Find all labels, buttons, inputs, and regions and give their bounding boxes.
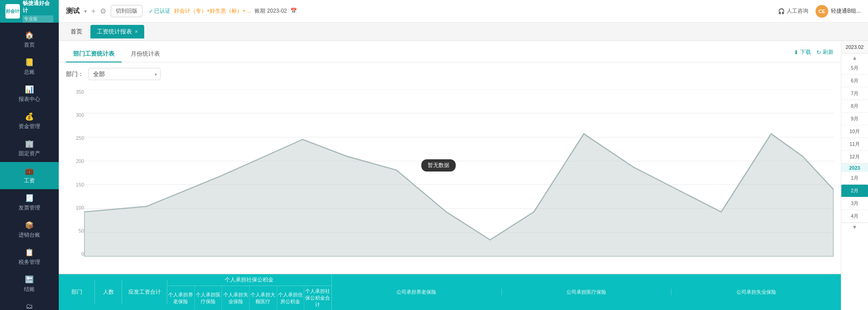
archive-icon: 🗂 bbox=[26, 302, 33, 310]
sidebar-item-archive[interactable]: 🗂 归档管理 bbox=[0, 298, 59, 310]
th-personal-housing: 个人承担住房公积金 bbox=[277, 286, 305, 310]
date-month-6[interactable]: 6月 bbox=[841, 75, 868, 87]
th-personal-unemployment: 个人承担失业保险 bbox=[222, 286, 250, 310]
date-month-9[interactable]: 9月 bbox=[841, 113, 868, 125]
date-down-button[interactable]: ▼ bbox=[841, 223, 868, 231]
user-menu[interactable]: CE 轻捷通B组... bbox=[816, 5, 861, 18]
header: 测试 ▾ + ⚙ 切到旧版 ✓ 已认证 好会计（专）+好生意（标）+… 账期 2… bbox=[59, 0, 868, 23]
headset-icon: 🎧 bbox=[778, 8, 785, 14]
th-count: 人数 bbox=[95, 280, 122, 305]
date-panel-header: 2023.02 bbox=[841, 41, 868, 54]
sidebar-item-ledger[interactable]: 📒 总账 bbox=[0, 53, 59, 81]
add-button[interactable]: + bbox=[91, 7, 95, 15]
refresh-button[interactable]: ↻ 刷新 bbox=[816, 48, 834, 56]
dept-select[interactable]: 全部 财务部 销售部 技术部 行政部 bbox=[88, 68, 160, 80]
y-label-300: 300 bbox=[66, 112, 84, 118]
date-month-1[interactable]: 1月 bbox=[841, 172, 868, 185]
sidebar-item-tax[interactable]: 📋 税务管理 bbox=[0, 243, 59, 271]
th-total-salary: 应发工资合计 bbox=[122, 280, 167, 305]
y-label-250: 250 bbox=[66, 135, 84, 141]
date-year-2023-label: 2023 bbox=[841, 164, 868, 172]
th-group-cells: 个人承担养老保险 个人承担医疗保险 个人承担失业保险 个人承担大额医疗 个人承担… bbox=[167, 286, 331, 310]
sub-tab-monthly[interactable]: 月份统计表 bbox=[123, 46, 167, 62]
table-header: 部门 人数 应发工资合计 个人承担社保公积金 个人承担养老保险 个人承担医疗保险… bbox=[59, 274, 841, 310]
ledger-icon: 📒 bbox=[25, 58, 34, 67]
y-label-100: 100 bbox=[66, 205, 84, 210]
switch-version-button[interactable]: 切到旧版 bbox=[111, 5, 142, 17]
date-month-8[interactable]: 8月 bbox=[841, 100, 868, 113]
tab-close-button[interactable]: × bbox=[135, 29, 138, 35]
date-month-10[interactable]: 10月 bbox=[841, 125, 868, 138]
sub-tabs: 部门工资统计表 月份统计表 ⬇ 下载 ↻ 刷新 bbox=[59, 41, 841, 62]
sidebar-item-salary[interactable]: 💼 工资 bbox=[0, 162, 59, 189]
date-up-button[interactable]: ▲ bbox=[841, 54, 868, 62]
logo-text-block: 畅捷通好会计 专业版 bbox=[23, 0, 53, 22]
certified-check-icon: ✓ bbox=[149, 8, 153, 14]
sidebar-item-reports[interactable]: 📊 报表中心 bbox=[0, 81, 59, 108]
reports-icon: 📊 bbox=[25, 85, 34, 94]
logo-edition: 专业版 bbox=[23, 15, 53, 23]
date-month-7[interactable]: 7月 bbox=[841, 87, 868, 100]
sidebar-item-label: 资金管理 bbox=[19, 123, 40, 130]
date-month-3[interactable]: 3月 bbox=[841, 197, 868, 210]
sidebar-item-invoice[interactable]: 🧾 发票管理 bbox=[0, 189, 59, 216]
header-dropdown-arrow[interactable]: ▾ bbox=[84, 8, 87, 14]
tab-salary-report[interactable]: 工资统计报表 × bbox=[90, 25, 144, 38]
th-personal-total: 个人承担社保公积金合计 bbox=[304, 286, 331, 310]
sidebar-item-label: 进销台账 bbox=[19, 231, 40, 239]
dept-filter-label: 部门： bbox=[66, 70, 84, 78]
date-panel: 2023.02 ▲ 5月 6月 7月 8月 9月 10月 11月 12月 202… bbox=[841, 41, 868, 310]
download-button[interactable]: ⬇ 下载 bbox=[794, 48, 811, 56]
sidebar-item-funds[interactable]: 💰 资金管理 bbox=[0, 108, 59, 135]
y-label-350: 350 bbox=[66, 89, 84, 95]
sidebar-item-label: 报表中心 bbox=[19, 95, 40, 103]
th-personal-group: 个人承担社保公积金 个人承担养老保险 个人承担医疗保险 个人承担失业保险 个人承… bbox=[167, 274, 332, 310]
home-icon: 🏠 bbox=[25, 31, 34, 39]
th-company-pension: 公司承担养老保险 bbox=[332, 289, 502, 296]
assets-icon: 🏢 bbox=[25, 139, 34, 148]
y-label-150: 150 bbox=[66, 182, 84, 187]
logo-icon: 好会计 bbox=[5, 4, 20, 19]
sidebar-item-label: 结账 bbox=[24, 286, 35, 293]
username-label: 轻捷通B组... bbox=[831, 7, 861, 15]
th-personal-medical: 个人承担医疗保险 bbox=[195, 286, 222, 310]
date-month-2[interactable]: 2月 bbox=[841, 185, 868, 197]
sub-tab-dept[interactable]: 部门工资统计表 bbox=[66, 46, 122, 62]
th-dept: 部门 bbox=[59, 280, 95, 305]
consult-button[interactable]: 🎧 人工咨询 bbox=[778, 7, 808, 15]
th-group-header: 个人承担社保公积金 bbox=[167, 274, 331, 286]
chart-svg: 暂无数据 bbox=[84, 89, 834, 257]
sidebar-item-home[interactable]: 🏠 首页 bbox=[0, 26, 59, 53]
th-personal-major-medical: 个人承担大额医疗 bbox=[250, 286, 277, 310]
th-personal-pension: 个人承担养老保险 bbox=[167, 286, 195, 310]
logo-name: 畅捷通好会计 bbox=[23, 0, 53, 14]
sidebar-item-label: 税务管理 bbox=[19, 258, 40, 266]
sidebar-item-inventory[interactable]: 📦 进销台账 bbox=[0, 216, 59, 243]
invoice-icon: 🧾 bbox=[25, 194, 34, 202]
sidebar-nav: 🏠 首页 📒 总账 📊 报表中心 💰 资金管理 🏢 固定资产 💼 工资 🧾 发票… bbox=[0, 23, 59, 310]
chart-container: 0 50 100 150 200 250 300 350 bbox=[66, 89, 834, 270]
sidebar-item-label: 工资 bbox=[24, 177, 35, 185]
sidebar-item-assets[interactable]: 🏢 固定资产 bbox=[0, 135, 59, 162]
date-month-12[interactable]: 12月 bbox=[841, 151, 868, 163]
good-badge: 好会计（专）+好生意（标）+… bbox=[174, 7, 251, 15]
download-icon: ⬇ bbox=[794, 49, 798, 56]
sidebar-item-label: 首页 bbox=[24, 41, 35, 49]
date-month-5[interactable]: 5月 bbox=[841, 62, 868, 75]
date-month-11[interactable]: 11月 bbox=[841, 138, 868, 151]
date-year-2023: 2023 1月 2月 3月 4月 bbox=[841, 164, 868, 223]
y-label-0: 0 bbox=[66, 251, 84, 257]
sidebar-item-label: 固定资产 bbox=[19, 150, 40, 157]
tabs-bar: 首页 工资统计报表 × bbox=[59, 23, 868, 41]
chart-area: 0 50 100 150 200 250 300 350 bbox=[59, 86, 841, 274]
dept-select-wrapper[interactable]: 全部 财务部 销售部 技术部 行政部 ▾ bbox=[88, 68, 160, 80]
date-month-4[interactable]: 4月 bbox=[841, 210, 868, 223]
tax-icon: 📋 bbox=[25, 248, 34, 257]
sidebar-logo: 好会计 畅捷通好会计 专业版 bbox=[0, 0, 59, 23]
period-badge: 账期 2023-02 📅 bbox=[255, 7, 297, 15]
settings-gear-icon[interactable]: ⚙ bbox=[100, 7, 106, 15]
tab-home[interactable]: 首页 bbox=[64, 25, 89, 38]
close-period-icon: 🔚 bbox=[25, 275, 34, 284]
y-label-50: 50 bbox=[66, 228, 84, 234]
sidebar-item-close[interactable]: 🔚 结账 bbox=[0, 271, 59, 298]
